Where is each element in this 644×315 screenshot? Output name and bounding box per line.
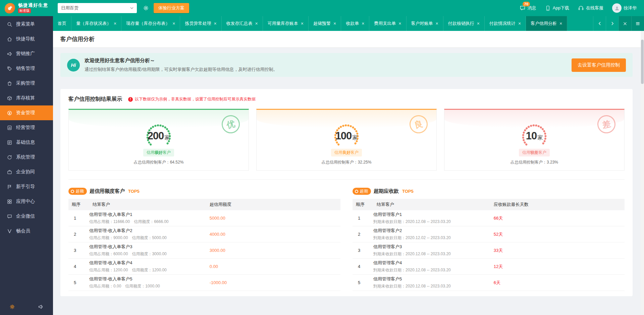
tabs-scroll-right-button[interactable] — [606, 16, 619, 31]
top-right-actions: 70 消息 App下载 在线客服 徐泽华 — [520, 3, 637, 13]
online-support-button[interactable]: 在线客服 — [578, 5, 603, 11]
sidebar-item[interactable]: 采购管理 — [0, 76, 53, 91]
overdue-days: 33天 — [490, 248, 625, 254]
over-credit-amount: 4000.00 — [206, 232, 340, 237]
tab[interactable]: 付款情况统计 × — [485, 16, 526, 31]
tab[interactable]: 收发存汇总表 × — [222, 16, 263, 31]
table-row: 2 信用管理客户2 到期未收款日期：2020.12.02 -- 2023.03.… — [353, 226, 625, 242]
sidebar-item[interactable]: 快捷导航 — [0, 32, 53, 46]
overdue-badge: 超期 — [353, 188, 371, 195]
tab-label: 拣货异常处理 — [185, 20, 211, 27]
tab-close-icon[interactable]: × — [518, 21, 521, 26]
overdue-days: 52天 — [490, 231, 625, 237]
table-row: 4 信用管理客户4 到期未收款日期：2020.12.08 -- 2023.03.… — [353, 259, 625, 275]
tab-close-icon[interactable]: × — [559, 21, 562, 26]
tab-label: 超储预警 — [313, 20, 331, 27]
overdue-days: 66天 — [490, 215, 625, 221]
tab[interactable]: 量（库存状况表） × — [71, 16, 121, 31]
sidebar-item-icon — [7, 36, 12, 42]
user-menu[interactable]: 徐泽华 — [612, 3, 637, 13]
announcement-horn-icon[interactable] — [38, 304, 44, 311]
tab[interactable]: 付款核销执行 × — [443, 16, 485, 31]
customer-name: 信用管理客户3 — [373, 244, 490, 250]
tab-close-icon[interactable]: × — [214, 21, 216, 26]
stat-card-good: 100家 信用良好客户 占总信用控制客户：32.25% 良 — [256, 109, 437, 171]
sidebar-item[interactable]: 库存核算 — [0, 91, 53, 105]
sidebar-item-icon — [7, 21, 12, 27]
hi-icon: Hi — [67, 59, 80, 72]
row-index: 1 — [68, 216, 89, 221]
sidebar-item[interactable]: 企业微信 — [0, 209, 53, 224]
table-row: 4 信用管理-收入单客户4 信用占用额：1200.00 信用额度：1200.00… — [68, 259, 340, 275]
over-credit-amount: 0.00 — [206, 264, 340, 269]
table-row: 1 信用管理-收入单客户1 信用占用额：11666.00 信用额度：6666.0… — [68, 210, 340, 226]
sidebar-item-label: 采购管理 — [16, 80, 35, 86]
overdue-date-range: 到期未收款日期：2020.12.08 -- 2023.03.20 — [373, 251, 490, 257]
tab[interactable]: 超储预警 × — [309, 16, 341, 31]
tab-close-icon[interactable]: × — [301, 21, 304, 26]
over-credit-amount: -1000.00 — [206, 280, 340, 285]
sidebar-item[interactable]: 系统管理 — [0, 150, 53, 165]
credit-detail: 信用占用额：1200.00 信用额度：1200.00 — [89, 267, 206, 273]
page-title: 客户信用分析 — [60, 35, 95, 43]
industry-select[interactable]: 日用百货 — [58, 3, 137, 13]
sidebar-item-label: 系统管理 — [16, 154, 35, 160]
sidebar-item[interactable]: 资金管理 — [0, 105, 53, 120]
sidebar-item-icon — [7, 169, 12, 175]
excellent-badge: 信用极好客户 — [143, 149, 174, 156]
tab[interactable]: 可用量库存账本 × — [263, 16, 309, 31]
tab[interactable]: 客户对账单 × — [407, 16, 443, 31]
tabs-scroll-left-button[interactable] — [593, 16, 606, 31]
scrollbar-thumb[interactable] — [641, 40, 644, 84]
tabs-menu-button[interactable] — [631, 16, 644, 31]
tab-close-icon[interactable]: × — [114, 21, 116, 26]
tab[interactable]: 费用支出单 × — [369, 16, 406, 31]
sidebar-item[interactable]: 搜索菜单 — [0, 17, 53, 32]
sidebar-item-label: 搜索菜单 — [16, 21, 35, 27]
row-index: 5 — [68, 280, 89, 285]
tab-close-icon[interactable]: × — [255, 21, 258, 26]
credit-detail: 信用占用额：0.00 信用额度：1000.00 — [89, 283, 206, 289]
good-share: 占总信用控制客户：32.25% — [322, 160, 372, 165]
settings-gear-icon[interactable] — [9, 304, 15, 311]
gauge-excellent: 200家 — [143, 121, 174, 151]
setup-credit-control-button[interactable]: 去设置客户信用控制 — [572, 58, 626, 72]
app-download-button[interactable]: App下载 — [545, 5, 569, 11]
sidebar-item[interactable]: 企业协同 — [0, 165, 53, 179]
sidebar-item[interactable]: 新手引导 — [0, 179, 53, 194]
tab-close-icon[interactable]: × — [477, 21, 480, 26]
poor-share: 占总信用控制客户：3.23% — [511, 160, 558, 165]
tab[interactable]: 收款单 × — [341, 16, 369, 31]
table-row: 3 信用管理-收入单客户3 信用占用额：6000.00 信用额度：3000.00… — [68, 242, 340, 259]
username: 徐泽华 — [624, 5, 637, 11]
sidebar-item[interactable]: 应用中心 — [0, 194, 53, 209]
tab[interactable]: 现存量（库存分布表） × — [121, 16, 180, 31]
tab-label: 首页 — [58, 20, 66, 27]
messages-button[interactable]: 70 消息 — [520, 5, 536, 11]
workspace: 首页 × 量（库存状况表） × 现存量（库存分布表） × — [53, 16, 644, 315]
sidebar-item-label: 经营管理 — [16, 125, 35, 131]
target-icon — [71, 190, 74, 193]
tabs-close-all-button[interactable] — [619, 16, 631, 31]
sidebar-item[interactable]: 畅会员 — [0, 224, 53, 238]
vertical-scrollbar[interactable] — [641, 31, 644, 315]
tab-close-icon[interactable]: × — [436, 21, 438, 26]
sidebar-item[interactable]: 营销推广 — [0, 46, 53, 61]
tab[interactable]: 客户信用分析 × — [526, 16, 567, 31]
sidebar-item[interactable]: 销售管理 — [0, 61, 53, 76]
sidebar-item-icon — [7, 51, 12, 57]
trial-industry-plan-button[interactable]: 体验行业方案 — [154, 3, 189, 13]
sidebar-item[interactable]: 基础信息 — [0, 135, 53, 150]
customer-name: 信用管理-收入单客户3 — [89, 244, 206, 250]
tab[interactable]: 首页 × — [53, 16, 71, 31]
settings-gear-icon[interactable] — [143, 5, 149, 11]
tab-close-icon[interactable]: × — [172, 21, 175, 26]
sidebar-item[interactable]: 经营管理 — [0, 120, 53, 135]
tab[interactable]: 拣货异常处理 × — [180, 16, 221, 31]
tab-close-icon[interactable]: × — [333, 21, 336, 26]
tab-close-icon[interactable]: × — [362, 21, 364, 26]
top5-label: TOP5 — [128, 189, 140, 194]
tab-close-icon[interactable]: × — [398, 21, 401, 26]
sidebar-item-label: 快捷导航 — [16, 36, 35, 42]
sidebar-item-label: 应用中心 — [16, 198, 35, 205]
